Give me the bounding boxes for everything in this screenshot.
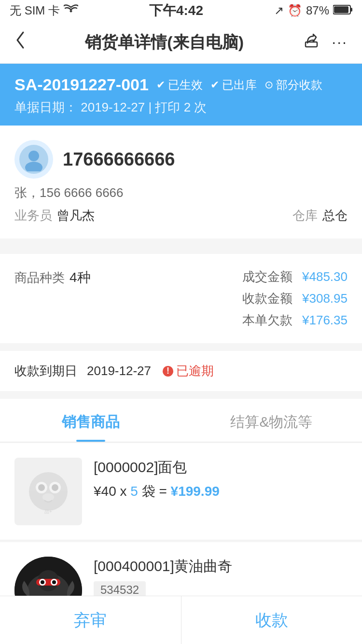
sim-status: 无 SIM 卡	[10, 3, 60, 18]
svg-point-9	[38, 484, 45, 491]
svg-point-11	[42, 493, 54, 501]
check-icon-1: ✔	[156, 79, 165, 91]
overdue-dot-icon: !	[163, 366, 173, 377]
customer-top: 17666666666	[14, 140, 348, 179]
clock-icon: ⊙	[265, 79, 273, 91]
due-date-value: 2019-12-27	[87, 364, 151, 378]
warehouse-label: 仓库	[292, 207, 318, 224]
tab-settlement[interactable]: 结算&物流等	[181, 399, 362, 442]
product-price-1: ¥40 x 5 袋 = ¥199.99	[94, 482, 348, 501]
received-row: 收款金额 ¥308.95	[242, 290, 348, 307]
svg-point-5	[25, 162, 42, 171]
back-button[interactable]	[14, 30, 26, 54]
svg-text:品+: 品+	[44, 509, 52, 514]
sales-label: 业务员	[14, 207, 52, 224]
debt-label: 本单欠款	[242, 312, 292, 329]
warehouse-value: 总仓	[322, 207, 348, 224]
status-badge-1: ✔ 已生效	[156, 77, 203, 93]
amount-row: 成交金额 ¥485.30	[242, 268, 348, 285]
amount-value: ¥485.30	[302, 269, 348, 284]
product-name-1: [0000002]面包	[94, 458, 348, 477]
debt-row: 本单欠款 ¥176.35	[242, 312, 348, 329]
separator-2	[0, 540, 362, 541]
nav-actions: ···	[303, 31, 348, 53]
avatar-icon	[19, 145, 48, 174]
product-total-1: ¥199.99	[171, 484, 220, 499]
check-icon-2: ✔	[210, 79, 219, 91]
tabs: 销售商品 结算&物流等	[0, 399, 362, 442]
summary-right: 成交金额 ¥485.30 收款金额 ¥308.95 本单欠款 ¥176.35	[242, 268, 348, 329]
svg-point-10	[52, 484, 58, 491]
status-badge-3: ⊙ 部分收款	[265, 77, 322, 93]
customer-name: 17666666666	[63, 149, 175, 170]
category-count: 4种	[70, 268, 91, 287]
svg-rect-2	[334, 6, 348, 13]
svg-rect-1	[350, 8, 352, 12]
svg-point-20	[52, 580, 56, 584]
battery-icon	[333, 4, 352, 17]
customer-sub: 张，156 6666 6666	[14, 184, 348, 201]
collect-payment-button[interactable]: 收款	[181, 596, 362, 644]
category-item: 商品种类 4种	[14, 268, 91, 287]
due-date-section: 收款到期日 2019-12-27 ! 已逾期	[0, 351, 362, 391]
customer-section: 17666666666 张，156 6666 6666 业务员 曾凡杰 仓库 总…	[0, 126, 362, 238]
category-label: 商品种类	[14, 269, 65, 286]
banner-top: SA-20191227-001 ✔ 已生效 ✔ 已出库 ⊙ 部分收款	[14, 75, 348, 94]
product-item-1: 品+ [0000002]面包 ¥40 x 5 袋 = ¥199.99	[0, 443, 362, 540]
wifi-icon	[64, 4, 78, 17]
svg-point-6	[29, 472, 68, 511]
summary-section: 商品种类 4种 成交金额 ¥485.30 收款金额 ¥308.95 本单欠款 ¥…	[0, 254, 362, 343]
debt-value: ¥176.35	[302, 313, 348, 328]
order-id: SA-20191227-001	[14, 75, 149, 94]
svg-point-19	[41, 580, 44, 584]
received-label: 收款金额	[242, 290, 292, 307]
tab-sales-products[interactable]: 销售商品	[0, 399, 181, 442]
overdue-badge: ! 已逾期	[163, 363, 214, 379]
status-badge-2: ✔ 已出库	[210, 77, 257, 93]
cancel-audit-button[interactable]: 弃审	[0, 596, 181, 644]
product-image-1: 品+	[14, 458, 82, 525]
status-right: ↗ ⏰ 87%	[274, 4, 352, 17]
product-qty-1: 5	[130, 484, 138, 499]
status-left: 无 SIM 卡	[10, 3, 78, 18]
summary-row: 商品种类 4种 成交金额 ¥485.30 收款金额 ¥308.95 本单欠款 ¥…	[14, 268, 348, 329]
alarm-icon: ⏰	[288, 4, 302, 17]
share-icon[interactable]	[303, 31, 320, 53]
more-icon[interactable]: ···	[332, 33, 348, 51]
overdue-text: 已逾期	[176, 363, 214, 379]
separator-1	[0, 246, 362, 254]
page-title: 销货单详情(来自电脑)	[85, 31, 244, 54]
sales-person: 曾凡杰	[57, 207, 95, 224]
customer-detail-row: 业务员 曾凡杰 仓库 总仓	[14, 207, 348, 224]
header-banner: SA-20191227-001 ✔ 已生效 ✔ 已出库 ⊙ 部分收款 单据日期：…	[0, 64, 362, 126]
bottom-bar: 弃审 收款	[0, 596, 362, 644]
product-info-1: [0000002]面包 ¥40 x 5 袋 = ¥199.99	[94, 458, 348, 525]
received-value: ¥308.95	[302, 291, 348, 306]
nav-bar: 销货单详情(来自电脑) ···	[0, 21, 362, 64]
due-date-label: 收款到期日	[14, 363, 77, 379]
svg-point-4	[28, 151, 39, 161]
location-icon: ↗	[274, 4, 284, 17]
status-time: 下午4:42	[149, 1, 203, 20]
summary-left: 商品种类 4种	[14, 268, 91, 287]
product-name-2: [000400001]黄油曲奇	[94, 557, 348, 576]
status-bar: 无 SIM 卡 下午4:42 ↗ ⏰ 87%	[0, 0, 362, 21]
banner-date-row: 单据日期： 2019-12-27 | 打印 2 次	[14, 99, 348, 116]
avatar	[14, 140, 53, 179]
battery-text: 87%	[306, 4, 329, 17]
amount-label: 成交金额	[242, 268, 292, 285]
